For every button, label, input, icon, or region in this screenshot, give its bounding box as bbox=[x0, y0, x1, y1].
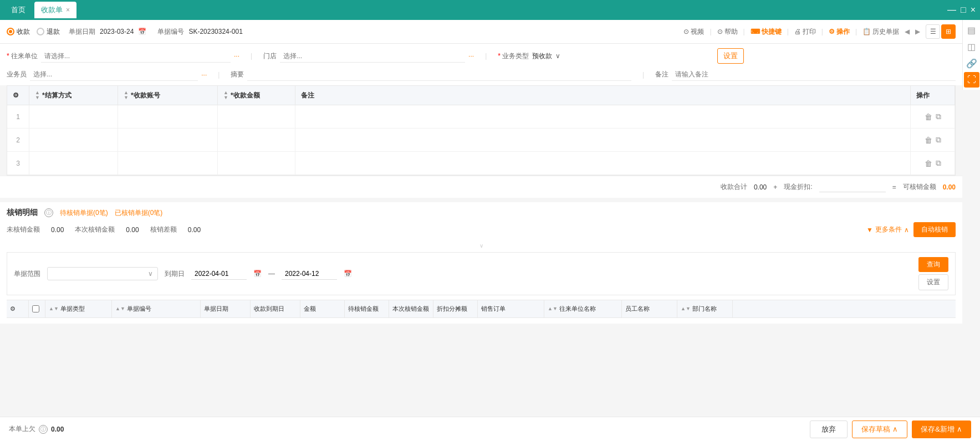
row-num-1: 1 bbox=[7, 105, 29, 128]
due-date-start-calendar[interactable]: 📅 bbox=[253, 270, 262, 278]
bottom-select-all[interactable] bbox=[32, 305, 39, 312]
nav-prev[interactable]: ◀ bbox=[905, 28, 910, 35]
video-btn[interactable]: ⊙ 视频 bbox=[683, 27, 704, 37]
tab-bar: 首页 收款单 × — □ × bbox=[0, 0, 980, 20]
query-btn[interactable]: 查询 bbox=[918, 257, 948, 272]
filter-chevron-up: ∧ bbox=[904, 226, 909, 234]
nav-next[interactable]: ▶ bbox=[915, 28, 920, 35]
table-row: 2 🗑 ⧉ bbox=[7, 129, 955, 152]
row3-settlement[interactable] bbox=[29, 152, 118, 175]
hexiao-title: 核销明细 bbox=[7, 208, 38, 218]
hexiao-info-icon[interactable]: ⓘ bbox=[44, 208, 53, 217]
more-filter-btn[interactable]: ▼ 更多条件 ∧ bbox=[866, 225, 909, 234]
bottom-this-cancel-col: 本次核销金额 bbox=[389, 300, 433, 317]
filter-settings-btn[interactable]: 设置 bbox=[918, 274, 948, 290]
tab-home[interactable]: 首页 bbox=[4, 2, 32, 18]
row1-copy-icon[interactable]: ⧉ bbox=[936, 112, 941, 121]
row1-account[interactable] bbox=[118, 105, 218, 128]
due-date-start-input[interactable] bbox=[191, 268, 247, 280]
tab-close-icon[interactable]: × bbox=[66, 6, 70, 14]
staff-more-btn[interactable]: ··· bbox=[201, 71, 207, 79]
bottom-gear-col[interactable]: ⚙ bbox=[7, 300, 29, 317]
row-num-3: 3 bbox=[7, 152, 29, 175]
store-field: 门店 ··· bbox=[263, 50, 474, 63]
remark-input[interactable] bbox=[672, 68, 956, 81]
row1-actions: 🗑 ⧉ bbox=[911, 105, 955, 128]
close-btn[interactable]: × bbox=[971, 5, 976, 15]
form-row-1: * 往来单位 ··· | 门店 ··· | * 业务类型 预收款 ∨ 设置 bbox=[7, 48, 956, 64]
doc-info: 单据日期 2023-03-24 📅 单据编号 SK-20230324-001 bbox=[69, 27, 243, 37]
date-dash: — bbox=[268, 270, 275, 278]
counterpart-more-btn[interactable]: ··· bbox=[234, 52, 239, 60]
row2-account[interactable] bbox=[118, 129, 218, 151]
counterpart-input[interactable] bbox=[41, 50, 231, 63]
sidebar-expand-icon[interactable]: ⛶ bbox=[964, 72, 979, 88]
diff-label: 核销差额 bbox=[150, 225, 177, 234]
due-date-end-calendar[interactable]: 📅 bbox=[344, 270, 352, 278]
bottom-due-date-col: 收款到期日 bbox=[251, 300, 300, 317]
history-btn[interactable]: 📋 历史单据 bbox=[862, 27, 899, 37]
operation-btn[interactable]: ⚙ 操作 bbox=[829, 27, 850, 37]
maximize-btn[interactable]: □ bbox=[961, 5, 966, 15]
row1-remark[interactable] bbox=[295, 105, 911, 128]
bottom-checkbox-col[interactable] bbox=[29, 300, 45, 317]
staff-input[interactable] bbox=[30, 68, 198, 81]
calendar-icon[interactable]: 📅 bbox=[138, 28, 146, 35]
auto-cancel-btn[interactable]: 自动核销 bbox=[913, 222, 956, 237]
layout-list-btn[interactable]: ☰ bbox=[926, 24, 940, 39]
row2-remark[interactable] bbox=[295, 129, 911, 151]
account-sort: ▲▼ bbox=[124, 90, 129, 100]
row2-copy-icon[interactable]: ⧉ bbox=[936, 135, 941, 145]
refund-radio[interactable]: 退款 bbox=[37, 27, 60, 37]
row3-account[interactable] bbox=[118, 152, 218, 175]
this-cancel-label: 本次核销金额 bbox=[75, 225, 115, 234]
row2-delete-icon[interactable]: 🗑 bbox=[925, 136, 932, 145]
help-btn[interactable]: ⊙ 帮助 bbox=[717, 27, 738, 37]
print-btn[interactable]: 🖨 打印 bbox=[794, 27, 816, 37]
gear-header[interactable]: ⚙ bbox=[7, 86, 29, 105]
settings-btn[interactable]: 设置 bbox=[717, 48, 744, 64]
total-value: 0.00 bbox=[754, 183, 767, 191]
toolbar-row: 收款 退款 单据日期 2023-03-24 📅 单据编号 SK-20230324… bbox=[0, 20, 962, 44]
sidebar-layout-icon[interactable]: ◫ bbox=[964, 39, 979, 54]
sidebar-link-icon[interactable]: 🔗 bbox=[964, 55, 979, 71]
row3-delete-icon[interactable]: 🗑 bbox=[925, 159, 932, 168]
shortcut-btn[interactable]: ⌨ 快捷键 bbox=[751, 27, 782, 37]
row1-delete-icon[interactable]: 🗑 bbox=[925, 112, 932, 121]
row2-amount[interactable] bbox=[218, 129, 295, 151]
receipt-radio[interactable]: 收款 bbox=[7, 27, 30, 37]
store-input[interactable] bbox=[280, 50, 465, 63]
discount-input[interactable] bbox=[819, 182, 886, 192]
amount-sort: ▲▼ bbox=[223, 90, 228, 100]
row3-copy-icon[interactable]: ⧉ bbox=[936, 158, 941, 168]
bottom-table-header: ⚙ ▲▼ 单据类型 ▲▼ 单据编号 单据日期 收款到期日 金额 待核销金额 本次… bbox=[7, 300, 956, 318]
due-date-end-input[interactable] bbox=[282, 268, 337, 280]
row2-settlement[interactable] bbox=[29, 129, 118, 151]
business-type-dropdown[interactable]: ∨ bbox=[555, 52, 560, 60]
bottom-sales-order-col: 销售订单 bbox=[478, 300, 544, 317]
row1-amount[interactable] bbox=[218, 105, 295, 128]
layout-grid-btn[interactable]: ⊞ bbox=[941, 24, 956, 39]
pending-tab-link[interactable]: 待核销单据(0笔) bbox=[60, 208, 108, 218]
form-row-2: 业务员 ··· | 摘要 | 备注 bbox=[7, 68, 956, 81]
filter-section: 单据范围 ∨ 到期日 📅 — 📅 查询 设置 bbox=[7, 252, 956, 295]
sidebar-table-icon[interactable]: ▤ bbox=[964, 22, 979, 38]
doc-no-label: 单据编号 bbox=[157, 27, 184, 37]
tab-active[interactable]: 收款单 × bbox=[34, 2, 76, 18]
row3-amount[interactable] bbox=[218, 152, 295, 175]
doc-no-value: SK-20230324-001 bbox=[188, 28, 242, 35]
done-tab-link[interactable]: 已核销单据(0笔) bbox=[115, 208, 163, 218]
minimize-btn[interactable]: — bbox=[947, 5, 956, 15]
main-table: ⚙ ▲▼ *结算方式 ▲▼ *收款账号 ▲▼ *收款金额 备注 操作 1 🗑 ⧉… bbox=[7, 85, 956, 176]
settlement-header: ▲▼ *结算方式 bbox=[29, 86, 118, 105]
doc-range-dropdown[interactable]: ∨ bbox=[148, 270, 153, 278]
summary-input[interactable] bbox=[247, 68, 631, 81]
bottom-doc-no-col: ▲▼ 单据编号 bbox=[112, 300, 201, 317]
bottom-dept-col: ▲▼ 部门名称 bbox=[677, 300, 733, 317]
doc-date-value: 2023-03-24 bbox=[100, 28, 134, 35]
store-more-btn[interactable]: ··· bbox=[468, 52, 474, 60]
counterpart-label: * 往来单位 bbox=[7, 52, 38, 61]
row1-settlement[interactable] bbox=[29, 105, 118, 128]
row3-remark[interactable] bbox=[295, 152, 911, 175]
bottom-amount-col: 金额 bbox=[300, 300, 345, 317]
